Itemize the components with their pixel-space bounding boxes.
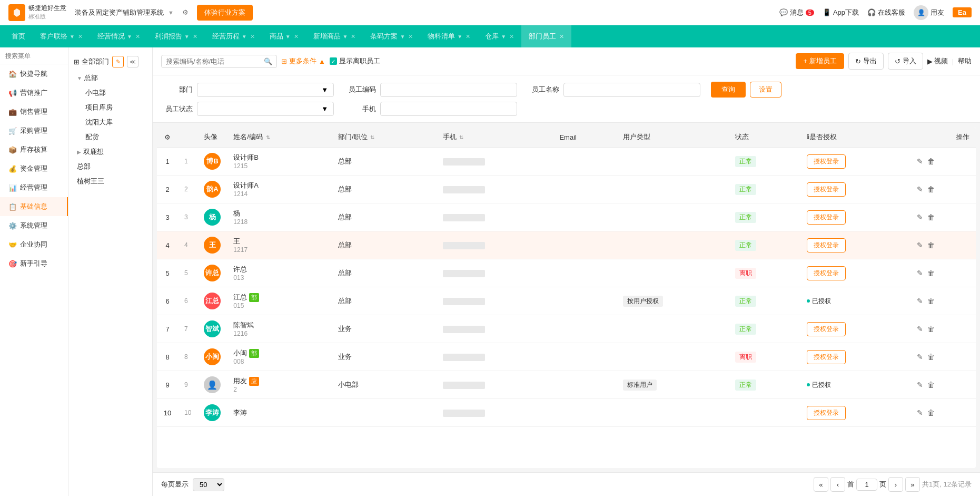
filter-status-select[interactable]: ▼ [197,102,334,116]
next-page-button[interactable]: › [888,477,903,492]
setting-button[interactable]: 设置 [750,82,781,98]
tab-customer-close[interactable]: ✕ [78,33,83,40]
dept-node-hq2[interactable]: 总部 [68,159,152,174]
delete-button[interactable]: 🗑 [927,157,935,166]
query-button[interactable]: 查询 [711,82,746,98]
dept-collapse-button[interactable]: ≪ [127,56,138,67]
help-button[interactable]: 帮助 [958,56,972,66]
delete-button[interactable]: 🗑 [927,213,935,221]
auth-button[interactable]: 授权登录 [807,154,846,169]
tab-profit[interactable]: 利润报告 ▼ ✕ [147,25,205,47]
auth-button[interactable]: 授权登录 [807,350,846,364]
dept-node-shenyang[interactable]: 沈阳大库 [75,115,152,130]
page-input[interactable] [856,479,877,491]
tab-warehouse[interactable]: 仓库 ▼ ✕ [478,25,521,47]
service-action[interactable]: 🎧 在线客服 [867,8,905,17]
edit-button[interactable]: ✎ [917,213,923,221]
edit-button[interactable]: ✎ [917,325,923,333]
tab-operations[interactable]: 经营情况 ▼ ✕ [90,25,147,47]
edit-button[interactable]: ✎ [917,297,923,305]
filter-dept-select[interactable]: ▼ [197,83,334,97]
tab-barcode-close[interactable]: ✕ [408,33,413,40]
sidebar-item-marketing[interactable]: 📢 营销推广 [0,83,68,102]
search-input[interactable] [166,57,261,65]
edit-button[interactable]: ✎ [917,269,923,277]
dept-node-delivery[interactable]: 配货 [75,130,152,144]
import-button[interactable]: ↺ 导入 [888,53,923,70]
sidebar-item-guide[interactable]: 🎯 新手引导 [0,254,68,273]
settings-icon[interactable]: ⚙ [164,133,171,141]
sidebar-item-finance[interactable]: 💰 资金管理 [0,159,68,178]
filter-phone-input[interactable] [380,102,517,116]
tab-history[interactable]: 经营历程 ▼ ✕ [205,25,262,47]
prev-page-button[interactable]: ‹ [830,477,845,492]
export-button[interactable]: ↻ 导出 [848,53,884,70]
last-page-button[interactable]: » [905,477,920,492]
tab-goods[interactable]: 商品 ▼ ✕ [262,25,306,47]
tab-add-goods[interactable]: 新增商品 ▼ ✕ [306,25,363,47]
sidebar-item-basics[interactable]: 📋 基础信息 [0,197,68,216]
filter-empcode-input[interactable] [380,83,517,97]
sidebar-item-purchase[interactable]: 🛒 采购管理 [0,121,68,140]
tab-employees[interactable]: 部门员工 ✕ [521,25,571,47]
sidebar-item-operations[interactable]: 📊 经营管理 [0,178,68,197]
edit-button[interactable]: ✎ [917,185,923,193]
auth-button[interactable]: 授权登录 [807,182,846,197]
delete-button[interactable]: 🗑 [927,325,935,333]
tab-customer[interactable]: 客户联络 ▼ ✕ [33,25,90,47]
sidebar-item-collab[interactable]: 🤝 企业协同 [0,235,68,254]
dept-node-electronics[interactable]: 小电部 [75,85,152,100]
system-dropdown-arrow[interactable]: ▼ [168,9,174,16]
delete-button[interactable]: 🗑 [927,185,935,193]
sidebar-item-inventory[interactable]: 📦 库存核算 [0,140,68,159]
auth-button[interactable]: 授权登录 [807,406,846,420]
tab-employees-close[interactable]: ✕ [559,33,564,40]
delete-button[interactable]: 🗑 [927,241,935,249]
tab-history-close[interactable]: ✕ [250,33,255,40]
edit-button[interactable]: ✎ [917,409,923,417]
search-icon[interactable]: 🔍 [264,57,272,65]
more-filter-button[interactable]: ⊞ 更多条件 ▲ [281,56,325,66]
delete-button[interactable]: 🗑 [927,269,935,277]
sort-phone-icon[interactable]: ⇅ [459,134,463,140]
tab-bom[interactable]: 物料清单 ▼ ✕ [420,25,478,47]
delete-button[interactable]: 🗑 [927,297,935,305]
tab-add-goods-close[interactable]: ✕ [351,33,355,40]
dept-node-zhishu[interactable]: 植树王三 [68,174,152,189]
message-action[interactable]: 💬 消息 5 [779,8,814,17]
auth-button[interactable]: 授权登录 [807,266,846,280]
trial-button[interactable]: 体验行业方案 [197,5,253,21]
sort-name-icon[interactable]: ⇅ [266,134,270,140]
sidebar-item-system[interactable]: ⚙️ 系统管理 [0,216,68,235]
edit-button[interactable]: ✎ [917,381,923,389]
delete-button[interactable]: 🗑 [927,381,935,389]
tab-bom-close[interactable]: ✕ [466,33,470,40]
sidebar-search-input[interactable] [5,52,68,60]
edit-button[interactable]: ✎ [917,157,923,166]
add-employee-button[interactable]: + 新增员工 [796,53,844,69]
delete-button[interactable]: 🗑 [927,353,935,361]
tab-barcode[interactable]: 条码方案 ▼ ✕ [363,25,420,47]
tab-operations-close[interactable]: ✕ [135,33,140,40]
dept-node-projectroom[interactable]: 项目库房 [75,100,152,115]
first-page-button[interactable]: « [814,477,828,492]
sidebar-item-quicknav[interactable]: 🏠 快捷导航 [0,64,68,83]
sidebar-item-sales[interactable]: 💼 销售管理 [0,102,68,121]
auth-button[interactable]: 授权登录 [807,210,846,225]
tab-warehouse-close[interactable]: ✕ [509,33,514,40]
edit-button[interactable]: ✎ [917,353,923,361]
dept-node-shuanglu[interactable]: ▶ 双鹿想 [68,144,152,159]
user-action[interactable]: 👤 用友 [914,5,944,20]
auth-button[interactable]: 授权登录 [807,322,846,336]
dept-edit-button[interactable]: ✎ [112,56,124,67]
tab-profit-close[interactable]: ✕ [193,33,197,40]
gear-button[interactable]: ⚙ [178,5,193,20]
app-download-action[interactable]: 📱 App下载 [823,8,859,17]
tab-goods-close[interactable]: ✕ [294,33,299,40]
dept-node-headquarters[interactable]: ▼ 总部 [68,71,152,85]
show-resigned-checkbox[interactable]: ✓ 显示离职员工 [330,56,380,66]
filter-empname-input[interactable] [563,83,700,97]
tab-home[interactable]: 首页 [4,25,33,47]
delete-button[interactable]: 🗑 [927,409,935,417]
auth-button[interactable]: 授权登录 [807,238,846,252]
